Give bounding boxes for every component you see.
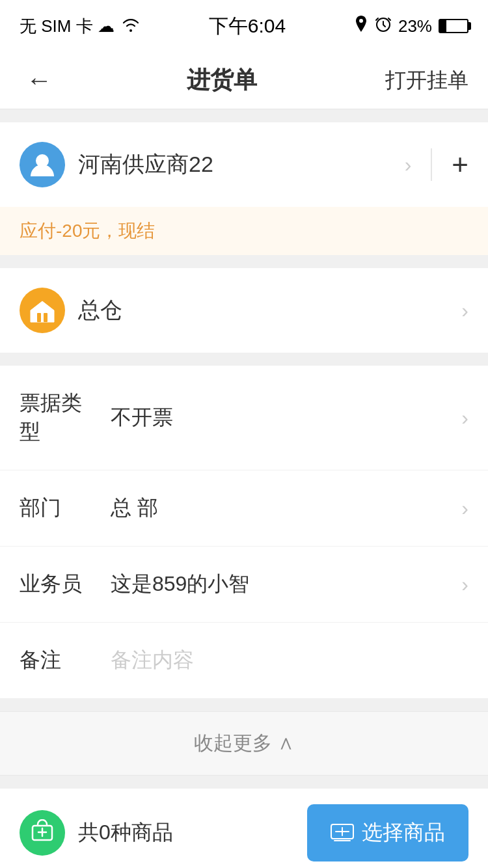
- notes-row[interactable]: 备注 备注内容: [0, 623, 488, 698]
- department-chevron-icon: ›: [461, 496, 468, 521]
- svg-rect-2: [37, 313, 41, 322]
- supplier-section: 河南供应商22 › + 应付-20元，现结: [0, 122, 488, 255]
- collapse-button[interactable]: 收起更多 ∧: [0, 711, 488, 776]
- supplier-avatar: [20, 142, 65, 187]
- salesperson-value: 这是859的小智: [98, 570, 461, 599]
- status-time: 下午6:04: [209, 13, 286, 40]
- svg-rect-3: [44, 313, 47, 322]
- open-pending-button[interactable]: 打开挂单: [385, 66, 468, 95]
- notes-placeholder[interactable]: 备注内容: [98, 646, 468, 675]
- supplier-name: 河南供应商22: [78, 150, 405, 180]
- select-product-label: 选择商品: [362, 819, 445, 847]
- select-product-button[interactable]: 选择商品: [307, 804, 468, 861]
- salesperson-chevron-icon: ›: [461, 573, 468, 597]
- bottom-bar: 共0种商品 选择商品: [0, 789, 488, 868]
- sim-label: 无 SIM 卡 ☁: [20, 15, 115, 38]
- select-product-icon: [331, 824, 354, 842]
- notes-label: 备注: [20, 646, 98, 675]
- department-row[interactable]: 部门 总 部 ›: [0, 470, 488, 547]
- ticket-type-row[interactable]: 票据类型 不开票 ›: [0, 366, 488, 470]
- ticket-type-chevron-icon: ›: [461, 406, 468, 430]
- add-supplier-button[interactable]: +: [452, 148, 468, 181]
- salesperson-row[interactable]: 业务员 这是859的小智 ›: [0, 547, 488, 623]
- department-value: 总 部: [98, 494, 461, 522]
- ticket-type-value: 不开票: [98, 403, 461, 432]
- status-right: 23%: [354, 16, 468, 37]
- warehouse-chevron-icon: ›: [461, 299, 468, 323]
- status-left: 无 SIM 卡 ☁: [20, 15, 141, 38]
- warehouse-name: 总仓: [78, 295, 461, 325]
- content: 河南供应商22 › + 应付-20元，现结 总仓 › 票据类型 不开票 › 部门: [0, 109, 488, 868]
- battery-pct: 23%: [398, 16, 432, 36]
- ticket-type-label: 票据类型: [20, 389, 98, 446]
- warehouse-row[interactable]: 总仓 ›: [0, 268, 488, 353]
- battery-icon: [439, 19, 468, 33]
- wifi-icon: [121, 16, 141, 36]
- supplier-row[interactable]: 河南供应商22 › +: [0, 122, 488, 207]
- salesperson-label: 业务员: [20, 570, 98, 599]
- department-label: 部门: [20, 494, 98, 522]
- back-button[interactable]: ←: [20, 59, 59, 102]
- warehouse-icon: [20, 288, 65, 333]
- location-icon: [354, 16, 368, 37]
- status-bar: 无 SIM 卡 ☁ 下午6:04 23%: [0, 0, 488, 52]
- form-section: 票据类型 不开票 › 部门 总 部 › 业务员 这是859的小智 › 备注 备注…: [0, 366, 488, 698]
- alarm-icon: [375, 16, 392, 37]
- nav-bar: ← 进货单 打开挂单: [0, 52, 488, 109]
- notice-text: 应付-20元，现结: [20, 221, 155, 241]
- supplier-divider: [431, 148, 432, 181]
- page-title: 进货单: [187, 64, 257, 96]
- supplier-chevron-icon: ›: [405, 153, 412, 177]
- product-count: 共0种商品: [78, 819, 294, 847]
- product-icon: [20, 810, 65, 856]
- notice-bar: 应付-20元，现结: [0, 207, 488, 255]
